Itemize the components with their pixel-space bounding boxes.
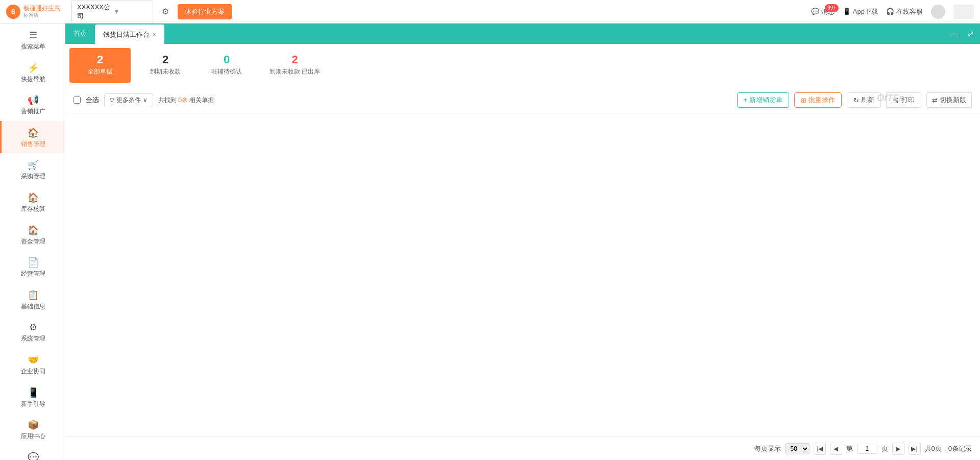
enterprise-wechat-icon: 💬	[28, 452, 39, 460]
online-service-btn[interactable]: 🎧 在线客服	[886, 7, 923, 16]
filter-button[interactable]: ▽ 更多条件 ∨	[104, 93, 153, 107]
sidebar-item-sales-mgmt[interactable]: 🏠 销售管理	[0, 121, 65, 154]
company-selector[interactable]: XXXXXX公司 ▼	[71, 0, 153, 23]
header-right: 💬 消息 99+ 📱 App下载 🎧 在线客服	[811, 5, 974, 19]
tab-home[interactable]: 首页	[65, 23, 95, 44]
last-page-button[interactable]: ▶|	[909, 443, 921, 455]
next-page-button[interactable]: ▶	[892, 443, 904, 455]
experience-button[interactable]: 体验行业方案	[178, 4, 232, 19]
sidebar-item-purchase-mgmt[interactable]: 🛒 采购管理	[0, 153, 65, 186]
refresh-button[interactable]: ↻ 刷新	[847, 92, 881, 108]
sales-mgmt-icon: 🏠	[28, 127, 39, 138]
sidebar-label-operations: 经营管理	[21, 270, 45, 278]
page-content: 2 全部单据 2 到期未收款 0 旺辅待确认 2 到期未收款 已出库	[65, 44, 980, 460]
sidebar-label-inventory: 库存核算	[21, 205, 45, 213]
sidebar-label-finance: 资金管理	[21, 238, 45, 246]
system-mgmt-icon: ⚙	[29, 322, 37, 333]
beginner-guide-icon: 📱	[28, 387, 39, 398]
marketing-icon: 📢	[28, 94, 39, 106]
tab-label: 钱货日清工作台	[103, 30, 150, 39]
app-center-icon: 📦	[28, 419, 39, 430]
stat-all-label: 全部单据	[88, 67, 112, 76]
stat-overdue-shipped[interactable]: 2 到期未收款 已出库	[257, 44, 332, 87]
sidebar-item-operations[interactable]: 📄 经营管理	[0, 251, 65, 283]
print-button[interactable]: 🖨 打印	[886, 92, 921, 108]
sidebar-label-search-menu: 搜索菜单	[21, 43, 45, 51]
sidebar-item-finance[interactable]: 🏠 资金管理	[0, 219, 65, 251]
sidebar-label-enterprise-coop: 企业协同	[21, 368, 45, 376]
app-download-icon: 📱	[843, 8, 851, 15]
prev-page-button[interactable]: ◀	[830, 443, 842, 455]
message-badge: 99+	[825, 4, 839, 12]
total-info: 共0页，0条记录	[925, 444, 972, 453]
sidebar-label-marketing: 营销推广	[21, 108, 45, 116]
page-label-first: 第	[846, 444, 853, 453]
sidebar-label-app-center: 应用中心	[21, 432, 45, 441]
sidebar-item-marketing[interactable]: 📢 营销推广	[0, 88, 65, 121]
sidebar-item-app-center[interactable]: 📦 应用中心	[0, 413, 65, 446]
user-menu[interactable]	[953, 5, 974, 19]
stat-overdue-num: 2	[162, 53, 168, 66]
toolbar-right: + 新增销货单 ⊞ 批量操作 ↻ 刷新 🖨 打印 ⇄	[737, 92, 972, 108]
stat-overdue-label: 到期未收款	[150, 67, 181, 76]
page-label-suffix: 页	[881, 444, 888, 453]
sidebar-item-enterprise-wechat[interactable]: 💬 企业微信	[0, 446, 65, 460]
logo-text: 畅捷通好生意 标准版	[23, 5, 60, 18]
pagination-bar: 每页显示 50 |◀ ◀ 第 页 ▶ ▶| 共0页，0条记录	[65, 437, 980, 460]
switch-new-version-button[interactable]: ⇄ 切换新版	[926, 92, 972, 108]
app-download-btn[interactable]: 📱 App下载	[843, 7, 878, 16]
avatar[interactable]	[931, 5, 945, 19]
online-service-label: 在线客服	[896, 7, 923, 16]
settings-icon[interactable]: ⚙	[157, 4, 174, 20]
finance-icon: 🏠	[28, 225, 39, 236]
tab-maximize-icon[interactable]: ⤢	[965, 27, 976, 41]
first-page-button[interactable]: |◀	[814, 443, 826, 455]
app-download-label: App下载	[853, 7, 878, 16]
quick-nav-icon: ⚡	[28, 62, 39, 74]
sidebar-item-basic-info[interactable]: 📋 基础信息	[0, 283, 65, 316]
sidebar-item-inventory[interactable]: 🏠 库存核算	[0, 186, 65, 219]
sidebar-item-search-menu[interactable]: ☰ 搜索菜单	[0, 23, 65, 56]
company-name: XXXXXX公司	[77, 3, 111, 21]
select-all-checkbox[interactable]	[74, 96, 81, 104]
sidebar-item-beginner-guide[interactable]: 📱 新手引导	[0, 381, 65, 414]
tab-minimize-icon[interactable]: —	[949, 27, 961, 40]
filter-chevron-icon: ∨	[143, 96, 148, 104]
main-layout: ☰ 搜索菜单 ⚡ 快捷导航 📢 营销推广 🏠 销售管理 🛒 采购管理 🏠 库存核…	[0, 23, 980, 460]
found-count: 0条	[178, 96, 188, 104]
tab-bar-actions: — ⤢	[949, 27, 980, 41]
sidebar-item-quick-nav[interactable]: ⚡ 快捷导航	[0, 56, 65, 89]
table-area	[65, 113, 980, 437]
enterprise-coop-icon: 🤝	[28, 354, 39, 366]
logo-icon: 6	[6, 5, 20, 19]
toolbar-left: 全选 ▽ 更多条件 ∨ 共找到 0条 相关单据	[74, 93, 731, 107]
stat-overdue-shipped-num: 2	[292, 53, 298, 66]
tab-active[interactable]: 钱货日清工作台 ×	[95, 25, 164, 45]
stat-overdue[interactable]: 2 到期未收款	[135, 44, 196, 87]
stat-all[interactable]: 2 全部单据	[69, 48, 131, 83]
batch-operation-button[interactable]: ⊞ 批量操作	[794, 92, 842, 108]
logo-area: 6 畅捷通好生意 标准版	[6, 5, 71, 19]
search-menu-icon: ☰	[29, 30, 37, 41]
sidebar: ☰ 搜索菜单 ⚡ 快捷导航 📢 营销推广 🏠 销售管理 🛒 采购管理 🏠 库存核…	[0, 23, 65, 460]
service-icon: 🎧	[886, 8, 894, 15]
tab-close-icon[interactable]: ×	[153, 31, 156, 38]
switch-icon: ⇄	[932, 96, 938, 104]
basic-info-icon: 📋	[28, 289, 39, 301]
add-sales-order-button[interactable]: + 新增销货单	[737, 92, 789, 108]
sidebar-item-enterprise-coop[interactable]: 🤝 企业协同	[0, 348, 65, 381]
message-icon: 💬	[811, 8, 819, 15]
message-btn[interactable]: 💬 消息 99+	[811, 7, 835, 16]
sidebar-label-basic-info: 基础信息	[21, 303, 45, 311]
batch-icon: ⊞	[801, 96, 806, 104]
sidebar-label-beginner-guide: 新手引导	[21, 400, 45, 408]
inventory-icon: 🏠	[28, 192, 39, 203]
page-size-select[interactable]: 50	[785, 443, 810, 454]
page-number-input[interactable]	[857, 444, 877, 454]
content-area: 首页 钱货日清工作台 × — ⤢ 2 全部单据 2 到期未收款	[65, 23, 980, 460]
chevron-down-icon: ▼	[113, 8, 148, 15]
stats-row: 2 全部单据 2 到期未收款 0 旺辅待确认 2 到期未收款 已出库	[65, 44, 980, 87]
stat-pending[interactable]: 0 旺辅待确认	[196, 44, 257, 87]
top-header: 6 畅捷通好生意 标准版 XXXXXX公司 ▼ ⚙ 体验行业方案 💬 消息 99…	[0, 0, 980, 23]
sidebar-item-system-mgmt[interactable]: ⚙ 系统管理	[0, 316, 65, 348]
